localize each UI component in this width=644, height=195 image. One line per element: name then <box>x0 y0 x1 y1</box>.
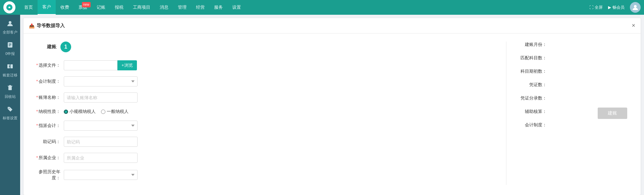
nav-tickets[interactable]: 票据 new <box>74 0 92 15</box>
sidebar-label-migration: 账套迁移 <box>3 73 17 78</box>
memo-input[interactable] <box>64 137 138 147</box>
step-label-text: 建账 <box>47 44 56 50</box>
svg-rect-9 <box>10 64 13 68</box>
company-label: *所属企业： <box>34 155 64 161</box>
tax-type-radio-group: 小规模纳税人 一般纳税人 <box>64 109 129 115</box>
svg-point-3 <box>9 21 11 24</box>
svg-rect-5 <box>9 44 11 44</box>
vip-icon: ▶ <box>608 5 611 10</box>
sidebar-label-declaration: 0申报 <box>5 51 15 56</box>
sidebar-item-migration[interactable]: 账套迁移 <box>1 60 19 80</box>
svg-point-2 <box>634 5 637 8</box>
file-select-row: *选择文件： +浏览 <box>34 60 496 70</box>
nav-fees[interactable]: 收费 <box>56 0 74 15</box>
nav-items: 首页 客户 收费 票据 new 记账 报税 工商项目 消息 管理 经营 服务 设… <box>19 0 589 15</box>
nav-messages[interactable]: 消息 <box>155 0 173 15</box>
new-badge: new <box>82 2 91 7</box>
match-subjects-label: 匹配科目数： <box>520 55 550 61</box>
svg-point-1 <box>9 7 10 8</box>
fullscreen-icon: ⛶ <box>589 5 593 10</box>
tax-small-input[interactable] <box>64 110 68 114</box>
company-row: *所属企业： <box>34 153 496 163</box>
history-year-label: 参照历史年度： <box>34 169 64 181</box>
file-input[interactable] <box>64 60 117 70</box>
sidebar-label-all-customers: 全部客户 <box>3 30 17 35</box>
accounting-system-select[interactable] <box>64 76 138 86</box>
tax-general-radio[interactable]: 一般纳税人 <box>101 109 129 115</box>
voucher-entries-label: 凭证分录数： <box>520 95 550 101</box>
history-year-select[interactable] <box>64 170 138 180</box>
tax-small-radio[interactable]: 小规模纳税人 <box>64 109 96 115</box>
form-section: 建账 1 *选择文件： +浏览 <box>23 42 506 185</box>
accounting-system-row: *会计制度： <box>34 76 496 86</box>
info-accounting-system-label: 会计制度： <box>520 122 550 128</box>
ledger-name-input[interactable] <box>64 92 138 103</box>
step-header: 建账 1 <box>34 42 496 52</box>
nav-bookkeeping[interactable]: 记账 <box>92 0 110 15</box>
dialog-header: 📤 导爷数据导入 × <box>23 18 641 34</box>
memo-label: 助记码： <box>34 139 64 145</box>
voucher-count-label: 凭证数： <box>520 82 550 88</box>
assign-accountant-row: *指派会计： <box>34 121 496 131</box>
dialog-body: 建账 1 *选择文件： +浏览 <box>23 34 641 193</box>
all-customers-icon <box>7 20 13 28</box>
build-month-label: 建账月份： <box>520 42 550 48</box>
dialog-wrapper: 📤 导爷数据导入 × 建账 1 *选择文件： <box>23 18 641 195</box>
dialog-title: 📤 导爷数据导入 <box>29 23 65 29</box>
nav-manage[interactable]: 管理 <box>173 0 191 15</box>
nav-tax[interactable]: 报税 <box>110 0 128 15</box>
nav-operations[interactable]: 经营 <box>191 0 209 15</box>
file-label: *选择文件： <box>34 62 64 68</box>
nav-settings[interactable]: 设置 <box>228 0 246 15</box>
aux-accounting-label: 辅助核算： <box>520 109 550 115</box>
assign-accountant-select[interactable] <box>64 121 138 131</box>
browse-button[interactable]: +浏览 <box>117 60 137 70</box>
period-initial-label: 科目期初数： <box>520 68 550 74</box>
nav-customers[interactable]: 客户 <box>38 0 56 15</box>
layout: 全部客户 0申报 账套迁移 <box>0 15 644 195</box>
migration-icon <box>7 63 13 71</box>
sidebar-label-tags: 标签设置 <box>3 116 17 121</box>
voucher-entries-row: 凭证分录数： <box>520 95 627 101</box>
sidebar-label-trash: 回收站 <box>5 94 16 99</box>
nav-business[interactable]: 工商项目 <box>128 0 155 15</box>
info-accounting-system-row: 会计制度： <box>520 122 627 128</box>
period-initial-row: 科目期初数： <box>520 68 627 74</box>
build-account-button[interactable]: 建账 <box>598 108 627 119</box>
close-button[interactable]: × <box>632 22 635 29</box>
svg-rect-7 <box>9 46 10 46</box>
build-month-row: 建账月份： <box>520 42 627 48</box>
trash-icon <box>7 84 13 93</box>
assign-accountant-label: *指派会计： <box>34 123 64 129</box>
memo-row: 助记码： <box>34 137 496 147</box>
sidebar-item-all-customers[interactable]: 全部客户 <box>1 17 19 38</box>
tax-general-input[interactable] <box>101 110 105 114</box>
topnav: 首页 客户 收费 票据 new 记账 报税 工商项目 消息 管理 经营 服务 设… <box>0 0 644 15</box>
declaration-icon <box>7 42 13 50</box>
fullscreen-btn[interactable]: ⛶ 全屏 <box>589 5 603 10</box>
ledger-name-label: *账簿名称： <box>34 94 64 101</box>
info-section: 建账月份： 匹配科目数： 科目期初数： 凭证数： <box>506 42 641 185</box>
svg-rect-6 <box>9 45 11 45</box>
vip-btn[interactable]: ▶ 畅会员 <box>608 5 625 10</box>
company-input[interactable] <box>64 153 138 163</box>
sidebar-item-trash[interactable]: 回收站 <box>1 82 19 102</box>
sidebar-item-declaration[interactable]: 0申报 <box>1 39 19 59</box>
topnav-right: ⛶ 全屏 ▶ 畅会员 <box>589 2 641 13</box>
svg-rect-10 <box>8 86 12 90</box>
nav-service[interactable]: 服务 <box>209 0 228 15</box>
accounting-system-label: *会计制度： <box>34 78 64 84</box>
avatar[interactable] <box>630 2 641 13</box>
nav-home[interactable]: 首页 <box>19 0 38 15</box>
sidebar: 全部客户 0申报 账套迁移 <box>0 15 20 195</box>
main-content: 📤 导爷数据导入 × 建账 1 *选择文件： <box>20 15 644 195</box>
svg-rect-11 <box>8 86 12 86</box>
sidebar-item-tags[interactable]: 标签设置 <box>1 103 19 123</box>
ledger-name-row: *账簿名称： <box>34 92 496 103</box>
step-circle: 1 <box>60 42 71 52</box>
tags-icon <box>7 106 13 114</box>
match-subjects-row: 匹配科目数： <box>520 55 627 61</box>
file-input-group: +浏览 <box>64 60 137 70</box>
logo <box>3 1 15 13</box>
svg-point-13 <box>9 108 9 109</box>
